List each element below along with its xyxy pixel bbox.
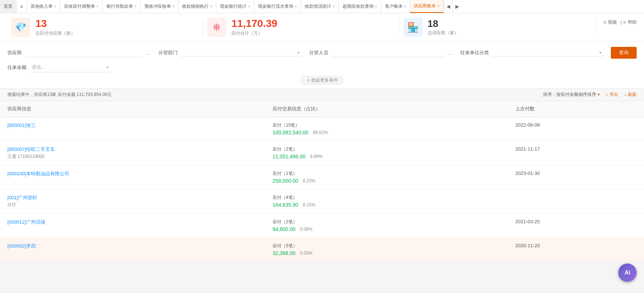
collapse-row: ∧ 收起更多条件 [7,76,637,85]
export-button[interactable]: ○ 导出 [606,92,618,98]
dept-select[interactable]: ▾ [181,49,302,56]
supplier-sub-info: 仔仔 [7,202,258,208]
table-row: [000002]李四应付（5笔）32,366.000.03%2020-11-20 [0,238,644,262]
sort-label: 排序：按应付余额倒序排序 ▾ [543,92,599,98]
close-bank-deposit-icon[interactable]: × [134,4,137,8]
collapse-button[interactable]: ∧ 收起更多条件 [301,76,343,85]
close-other-income-icon[interactable]: × [54,4,56,8]
unit-class-select[interactable]: ▾ [492,49,604,56]
payable-count: 应付（2笔） [273,146,501,152]
payable-amount[interactable]: 11,051,486.00 [273,154,306,159]
summary-card-total-payable: ❋ 11,170.39 应付合计（万） [203,18,399,37]
unit-class-chevron-icon: ▾ [599,51,601,55]
close-cash-bank-flow-icon[interactable]: × [295,4,297,8]
supplier-link[interactable]: [000007]恒旺二手叉车 [7,146,55,152]
table-header-row: 供应商信息 应付交易信息（占比） 上次付数 [0,101,644,117]
supplier-info-cell: [000012]广州贝瑞 [0,214,265,238]
nav-tab-home[interactable]: 首页 [0,0,17,13]
nav-tab-cash-bank-stat[interactable]: 现金银行统计 × [216,0,254,13]
nav-tab-cash-bank-flow[interactable]: 现金银行流水查询 × [254,0,301,13]
filter-person: 分管人员 ... [309,48,453,57]
supplier-link[interactable]: [000001]张三 [7,123,36,128]
col-header-lastpay: 上次付数 [508,101,644,117]
query-button[interactable]: 查询 [611,47,637,59]
payable-count: 应付（1笔） [273,170,501,177]
top-navigation: 首页 ≡ 其他收入单 × 应收应付调整单 × 银行存取款单 × 预收冲应收单 ×… [0,0,644,13]
export-label: 导出 [609,92,618,98]
nav-tab-supplier-ledger-label: 供应商账本 [414,3,436,9]
nav-tab-prepay-offset[interactable]: 预收冲应收单 × [141,0,179,13]
refresh-button[interactable]: ○ 刷新 [624,92,637,98]
payable-amount[interactable]: 258,000.00 [273,178,298,184]
supplier-dots[interactable]: ... [146,50,151,56]
summary-bar: 💎 13 总应付供应商（家） ❋ 11,170.39 应付合计（万） 🏪 18 … [0,13,644,42]
nav-tab-collection-stat[interactable]: 收款情况统计 × [301,0,339,13]
col-header-payable: 应付交易信息（占比） [265,101,508,117]
close-collection-verify-icon[interactable]: × [210,4,212,8]
payable-amount[interactable]: 94,600.00 [273,226,295,232]
close-cash-bank-stat-icon[interactable]: × [248,4,250,8]
payable-amount[interactable]: 32,366.00 [273,250,295,256]
table-row: [001]广州荣轩仔仔应付（4笔）164,635.900.15% [0,189,644,214]
last-pay-cell: 2021-03-25 [508,214,644,238]
payable-pct: 0.03% [300,251,312,256]
supplier-sub-info: 王通 17106110000 [7,154,258,160]
payable-amount[interactable]: 164,635.90 [273,202,298,208]
person-label: 分管人员 [309,49,328,56]
help-video-link[interactable]: ⊙ 视频 [603,19,617,25]
payable-amount[interactable]: 100,092,540.00 [273,130,308,135]
table-row: [000012]广州贝瑞应付（2笔）94,600.000.08%2021-03-… [0,214,644,238]
filter-supplier: 供应商 ... [7,48,151,57]
filter-balance: 往来余额 请选... ▾ [7,62,111,72]
nav-tab-overdue-ar[interactable]: 超期应收款查询 × [339,0,381,13]
balance-select-text: 请选... [32,64,105,70]
close-ar-ap-adjust-icon[interactable]: × [97,4,99,8]
sort-icon[interactable]: ▾ [598,92,600,97]
nav-tab-menu-label: ≡ [20,4,23,9]
filter-row-1: 供应商 ... 分管部门 ▾ 分管人员 ... 往来单位分类 ▾ 查询 [7,47,637,59]
total-payable-number: 11,170.39 [231,18,277,30]
person-dots[interactable]: ... [448,50,453,56]
filter-unit-class: 往来单位分类 ▾ [460,49,604,56]
supplier-input[interactable] [25,48,143,57]
summary-card-payable-suppliers: 💎 13 总应付供应商（家） [7,18,203,37]
total-suppliers-text: 18 总供应商（家） [428,18,459,36]
nav-tab-ar-ap-adjust[interactable]: 应收应付调整单 × [60,0,103,13]
supplier-link[interactable]: [000012]广州贝瑞 [7,219,45,225]
last-pay-cell: 2020-11-20 [508,238,644,262]
table-row: [000001]张三应付（15笔）100,092,540.0089.61%202… [0,117,644,141]
payable-count: 应付（2笔） [273,219,501,225]
supplier-link[interactable]: [000100]本特勤油品有限公司 [7,171,69,176]
close-supplier-ledger-icon[interactable]: × [437,4,440,8]
last-pay-cell: 2023-01-30 [508,165,644,189]
nav-tab-menu[interactable]: ≡ [17,0,27,13]
dept-label: 分管部门 [158,49,178,56]
payable-count: 应付（15笔） [273,122,501,128]
nav-tab-supplier-ledger[interactable]: 供应商账本 × [410,0,444,13]
nav-tab-bank-deposit[interactable]: 银行存取款单 × [103,0,141,13]
nav-tab-other-income[interactable]: 其他收入单 × [27,0,60,13]
nav-tab-collection-verify-label: 收款核销执行 [182,3,209,10]
close-overdue-ar-icon[interactable]: × [375,4,377,8]
nav-right-arrow[interactable]: ▶ [452,0,461,13]
nav-tab-customer-ledger-label: 客户账本 [385,3,403,10]
supplier-info-cell: [000002]李四 [0,238,265,262]
nav-tab-cash-bank-stat-label: 现金银行统计 [220,3,246,10]
summary-card-total-suppliers: 🏪 18 总供应商（家） [400,18,596,37]
help-text-link[interactable]: | ⊙ 帮助 [620,19,637,25]
nav-tab-customer-ledger[interactable]: 客户账本 × [381,0,410,13]
close-collection-stat-icon[interactable]: × [333,4,335,8]
supplier-info-cell: [000100]本特勤油品有限公司 [0,165,265,189]
balance-select[interactable]: 请选... ▾ [29,62,111,72]
nav-tab-home-label: 首页 [4,3,13,10]
payable-info-cell: 应付（5笔）32,366.000.03% [265,238,508,262]
nav-tab-collection-verify[interactable]: 收款核销执行 × [178,0,216,13]
close-prepay-offset-icon[interactable]: × [172,4,175,8]
supplier-link[interactable]: [000002]李四 [7,243,36,249]
sort-label-text: 排序：按应付余额倒序排序 [543,92,596,97]
filter-dept: 分管部门 ▾ [158,49,302,56]
nav-left-arrow[interactable]: ◀ [444,0,452,13]
supplier-link[interactable]: [001]广州荣轩 [7,195,37,200]
person-input[interactable] [331,48,445,57]
close-customer-ledger-icon[interactable]: × [404,4,406,8]
